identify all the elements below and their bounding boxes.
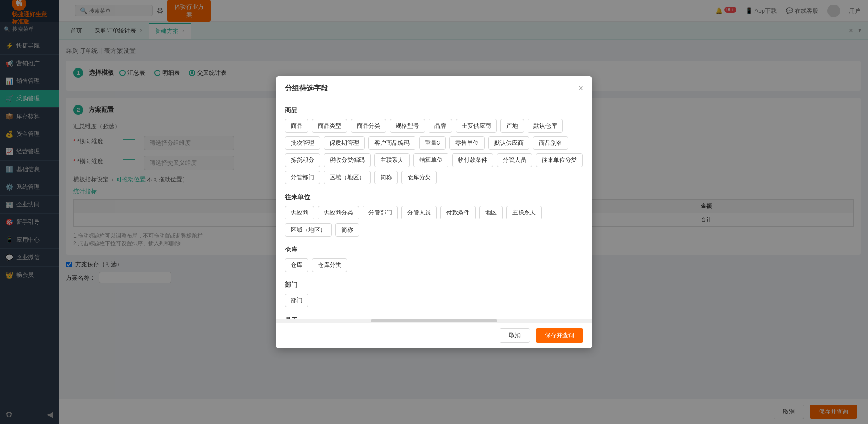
section-warehouse-title: 仓库 — [285, 246, 583, 254]
tag-goods-16[interactable]: 税收分类编码 — [324, 153, 371, 167]
save-button[interactable]: 保存并查询 — [536, 328, 583, 343]
section-employee-title: 员工 — [285, 316, 583, 319]
cancel-button[interactable]: 取消 — [500, 328, 530, 343]
tag-partner-2[interactable]: 分管部门 — [363, 206, 398, 219]
tag-goods-9[interactable]: 保质期管理 — [324, 136, 365, 150]
dialog-title: 分组待选字段 — [285, 84, 328, 93]
tag-goods-24[interactable]: 简称 — [374, 171, 398, 184]
tag-goods-25[interactable]: 仓库分类 — [401, 171, 437, 184]
warehouse-tags: 仓库 仓库分类 — [285, 258, 583, 272]
modal-overlay: 分组待选字段 × 商品 商品 商品类型 商品分类 规格型号 品牌 主要供应商 产… — [0, 0, 868, 424]
tag-goods-3[interactable]: 规格型号 — [390, 119, 425, 133]
section-goods: 商品 商品 商品类型 商品分类 规格型号 品牌 主要供应商 产地 默认仓库 批次… — [285, 106, 583, 184]
tag-warehouse-1[interactable]: 仓库分类 — [312, 258, 347, 272]
section-department: 部门 部门 — [285, 281, 583, 307]
dialog-footer: 取消 保存并查询 — [276, 322, 592, 348]
tag-department-0[interactable]: 部门 — [285, 294, 308, 307]
department-tags: 部门 — [285, 294, 583, 307]
tag-partner-0[interactable]: 供应商 — [285, 206, 314, 219]
tag-goods-2[interactable]: 商品分类 — [351, 119, 386, 133]
tag-goods-19[interactable]: 收付款条件 — [452, 153, 493, 167]
tag-goods-21[interactable]: 往来单位分类 — [536, 153, 583, 167]
goods-tags: 商品 商品类型 商品分类 规格型号 品牌 主要供应商 产地 默认仓库 批次管理 … — [285, 119, 583, 184]
tag-goods-11[interactable]: 重量3 — [419, 136, 446, 150]
dialog-horizontal-scrollbar[interactable] — [276, 319, 592, 322]
tag-goods-20[interactable]: 分管人员 — [497, 153, 532, 167]
tag-goods-17[interactable]: 主联系人 — [374, 153, 410, 167]
tag-partner-7[interactable]: 区域（地区） — [285, 223, 332, 237]
tag-goods-6[interactable]: 产地 — [500, 119, 524, 133]
tag-goods-8[interactable]: 批次管理 — [285, 136, 320, 150]
tag-goods-12[interactable]: 零售单位 — [449, 136, 485, 150]
tag-goods-23[interactable]: 区域（地区） — [324, 171, 371, 184]
tag-goods-7[interactable]: 默认仓库 — [528, 119, 563, 133]
tag-goods-4[interactable]: 品牌 — [429, 119, 452, 133]
section-warehouse: 仓库 仓库 仓库分类 — [285, 246, 583, 272]
tag-goods-15[interactable]: 拣货积分 — [285, 153, 320, 167]
section-partner-title: 往来单位 — [285, 193, 583, 201]
tag-partner-6[interactable]: 主联系人 — [506, 206, 542, 219]
section-partner: 往来单位 供应商 供应商分类 分管部门 分管人员 付款条件 地区 主联系人 区域… — [285, 193, 583, 237]
dialog-header: 分组待选字段 × — [276, 76, 592, 99]
section-department-title: 部门 — [285, 281, 583, 289]
tag-goods-18[interactable]: 结算单位 — [413, 153, 448, 167]
dialog: 分组待选字段 × 商品 商品 商品类型 商品分类 规格型号 品牌 主要供应商 产… — [276, 76, 592, 348]
partner-tags: 供应商 供应商分类 分管部门 分管人员 付款条件 地区 主联系人 区域（地区） … — [285, 206, 583, 237]
section-goods-title: 商品 — [285, 106, 583, 114]
section-employee: 员工 业务员 — [285, 316, 583, 319]
tag-goods-1[interactable]: 商品类型 — [312, 119, 347, 133]
tag-goods-0[interactable]: 商品 — [285, 119, 308, 133]
dialog-body[interactable]: 商品 商品 商品类型 商品分类 规格型号 品牌 主要供应商 产地 默认仓库 批次… — [276, 99, 592, 319]
tag-warehouse-0[interactable]: 仓库 — [285, 258, 308, 272]
tag-goods-14[interactable]: 商品别名 — [533, 136, 568, 150]
dialog-close-button[interactable]: × — [578, 84, 583, 93]
tag-partner-8[interactable]: 简称 — [335, 223, 359, 237]
tag-goods-10[interactable]: 客户商品编码 — [368, 136, 415, 150]
tag-goods-5[interactable]: 主要供应商 — [456, 119, 497, 133]
tag-partner-1[interactable]: 供应商分类 — [318, 206, 359, 219]
tag-goods-13[interactable]: 默认供应商 — [488, 136, 529, 150]
tag-partner-5[interactable]: 地区 — [479, 206, 503, 219]
tag-partner-4[interactable]: 付款条件 — [440, 206, 476, 219]
tag-goods-22[interactable]: 分管部门 — [285, 171, 320, 184]
scrollbar-thumb — [371, 319, 497, 322]
tag-partner-3[interactable]: 分管人员 — [401, 206, 437, 219]
